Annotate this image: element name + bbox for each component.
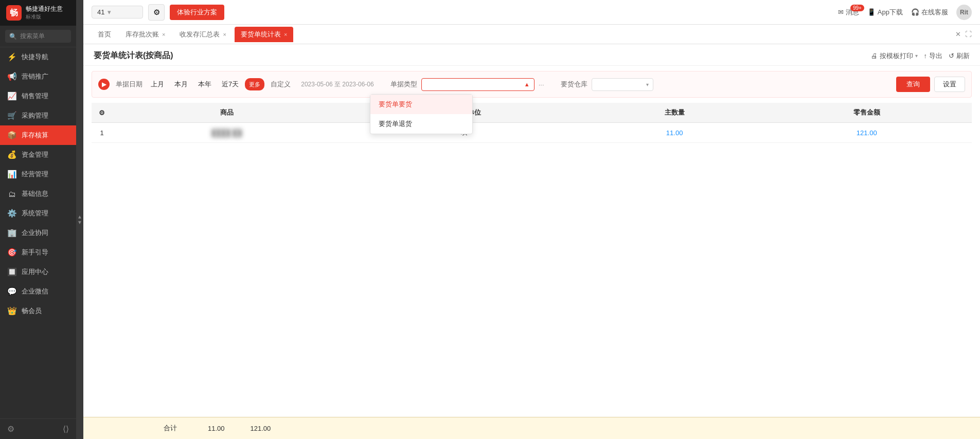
sidebar-item-label: 资金管理 [22,150,48,159]
sidebar-item-app-center[interactable]: 🔲 应用中心 [0,262,76,282]
sidebar-item-marketing[interactable]: 📢 营销推广 [0,67,76,86]
type-input-value [426,81,524,88]
sidebar-item-label: 快捷导航 [22,52,48,62]
sidebar-item-member[interactable]: 👑 畅会员 [0,301,76,321]
message-icon: ✉ [838,8,844,16]
filter-toggle-btn[interactable]: ▶ [98,79,110,90]
data-table: ⚙ 商品 主计量单位 主数量 零售金额 1 ████ ██ 块 11.00 12… [92,103,972,143]
page-header-actions: 🖨 按模板打印 ▾ ↑ 导出 ↺ 刷新 [871,51,970,61]
summary-qty: 11.00 [208,425,225,432]
page-header: 要货单统计表(按商品) 🖨 按模板打印 ▾ ↑ 导出 ↺ 刷新 [83,44,980,66]
sidebar-item-purchase[interactable]: 🛒 采购管理 [0,106,76,125]
tab-order-stats[interactable]: 要货单统计表 × [235,27,293,42]
date-btn-last-7days[interactable]: 近7天 [218,78,243,90]
sidebar-collapse-icon[interactable]: ⟨⟩ [63,424,69,434]
tab-maximize-icon[interactable]: ⛶ [965,30,972,38]
sidebar-item-system[interactable]: ⚙️ 系统管理 [0,204,76,223]
guide-icon: 🎯 [7,248,16,257]
enterprise-icon: 🏢 [7,228,16,237]
print-btn[interactable]: 🖨 按模板打印 ▾ [871,51,918,61]
avatar[interactable]: Rit [956,5,972,20]
sidebar-item-inventory[interactable]: 📦 库存核算 [0,125,76,145]
messages-badge: 99+ [850,5,864,11]
topbar-settings-btn[interactable]: ⚙ [148,4,165,21]
date-btn-this-year[interactable]: 本年 [194,78,216,90]
order-stats-label: 要货单统计表 [241,30,281,39]
filter-settings-btn[interactable]: 设置 [934,77,965,92]
date-range-display: 2023-05-06 至 2023-06-06 [301,80,373,89]
shortcut-icon: ⚡ [7,52,16,62]
tab-close-order-stats[interactable]: × [284,31,287,38]
messages-btn[interactable]: ✉ 消息 99+ [838,8,859,17]
chevron-down-print-icon: ▾ [915,53,918,59]
sidebar-item-wechat[interactable]: 💬 企业微信 [0,282,76,301]
date-btn-more[interactable]: 更多 [245,78,264,90]
more-options-icon[interactable]: ··· [539,81,544,88]
sidebar-item-guide[interactable]: 🎯 新手引导 [0,243,76,262]
type-input[interactable]: ▲ [421,78,534,91]
sidebar-item-label: 企业微信 [22,287,48,296]
sidebar-item-base-info[interactable]: 🗂 基础信息 [0,184,76,204]
refresh-btn[interactable]: ↺ 刷新 [949,51,970,61]
sidebar-search-area[interactable]: 🔍 搜索菜单 [0,26,76,47]
scroll-down-icon[interactable]: ▼ [77,220,82,225]
app-download-btn[interactable]: 📱 App下载 [867,8,903,17]
search-menu-btn[interactable]: 🔍 搜索菜单 [5,30,71,43]
sidebar-scroll[interactable]: ▲ ▼ [76,0,83,439]
service-icon: 🎧 [911,8,919,16]
sidebar-item-shortcut[interactable]: ⚡ 快捷导航 [0,47,76,67]
date-btn-custom[interactable]: 自定义 [266,78,295,90]
col-header-settings[interactable]: ⚙ [92,103,112,123]
page-content: 要货单统计表(按商品) 🖨 按模板打印 ▾ ↑ 导出 ↺ 刷新 ▶ [83,44,980,439]
sidebar-item-label: 系统管理 [22,209,48,218]
table-row: 1 ████ ██ 块 11.00 121.00 [92,123,972,143]
filter-bar: ▶ 单据日期 上月 本月 本年 近7天 更多 自定义 2023-05-06 至 … [92,71,972,98]
logo-name: 畅捷通好生意 [26,5,63,13]
sidebar-item-label: 应用中心 [22,267,48,277]
dropdown-item-require-goods[interactable]: 要货单要货 [370,95,472,114]
page-title: 要货单统计表(按商品) [94,50,173,61]
sidebar-item-sales[interactable]: 📈 销售管理 [0,86,76,106]
scroll-up-icon[interactable]: ▲ [77,214,82,220]
inventory-batch-label: 库存批次账 [126,30,159,39]
logo-sub: 标准版 [26,13,63,21]
avatar-text: Rit [960,9,968,16]
settings-gear-icon[interactable]: ⚙ [7,424,14,434]
print-icon: 🖨 [871,52,878,60]
sidebar-footer: ⚙ ⟨⟩ [0,418,76,439]
dropdown-item-require-return[interactable]: 要货单退货 [370,114,472,134]
date-btn-this-month[interactable]: 本月 [170,78,192,90]
sidebar-nav: ⚡ 快捷导航 📢 营销推广 📈 销售管理 🛒 采购管理 📦 库存核算 💰 资金管… [0,47,76,418]
store-selector[interactable]: 41 ▾ [92,6,143,19]
sidebar-item-operations[interactable]: 📊 经营管理 [0,164,76,184]
tab-close-inventory-batch[interactable]: × [162,31,165,38]
cell-amount[interactable]: 121.00 [761,123,972,143]
chevron-down-icon: ▾ [108,8,111,16]
member-icon: 👑 [7,306,16,316]
tab-close-all-icon[interactable]: ✕ [955,30,961,38]
tab-home[interactable]: 首页 [92,27,117,42]
tab-receive-summary[interactable]: 收发存汇总表 × [173,27,232,42]
operations-icon: 📊 [7,170,16,179]
wechat-icon: 💬 [7,287,16,296]
app-download-icon: 📱 [867,8,876,16]
chevron-down-warehouse-icon: ▾ [646,82,649,87]
app-center-icon: 🔲 [7,267,16,277]
warehouse-input[interactable]: ▾ [592,78,653,91]
col-header-product: 商品 [112,103,341,123]
cell-qty[interactable]: 11.00 [587,123,762,143]
tab-inventory-batch[interactable]: 库存批次账 × [119,27,171,42]
topbar-right: ✉ 消息 99+ 📱 App下载 🎧 在线客服 Rit [838,5,972,20]
sidebar-item-finance[interactable]: 💰 资金管理 [0,145,76,164]
sidebar-item-enterprise[interactable]: 🏢 企业协同 [0,223,76,243]
online-service-btn[interactable]: 🎧 在线客服 [911,8,948,17]
date-btn-last-month[interactable]: 上月 [147,78,168,90]
refresh-icon: ↺ [949,52,954,60]
col-header-amount: 零售金额 [761,103,972,123]
query-btn[interactable]: 查询 [896,77,930,92]
export-btn[interactable]: ↑ 导出 [924,51,943,61]
trial-btn[interactable]: 体验行业方案 [170,5,224,20]
export-icon: ↑ [924,52,928,60]
type-filter-group: 单据类型 ▲ ··· [390,78,544,91]
tab-close-receive-summary[interactable]: × [223,31,226,38]
